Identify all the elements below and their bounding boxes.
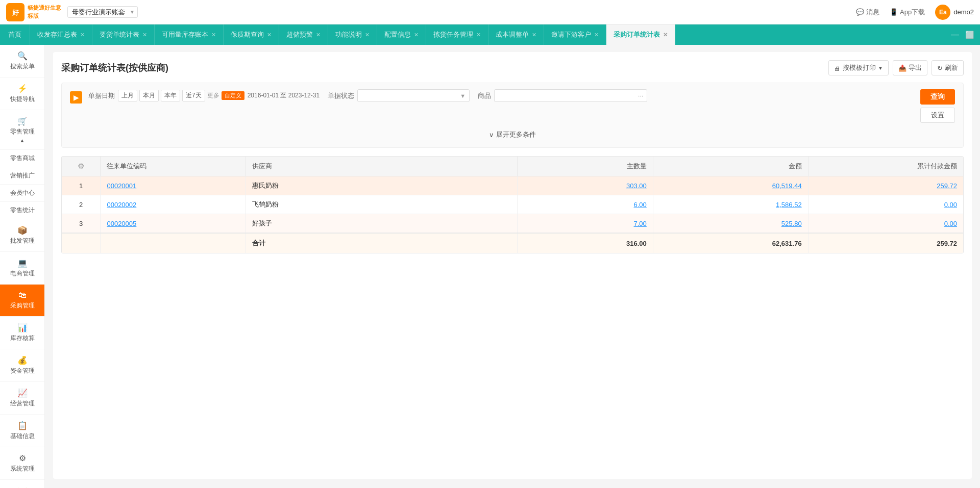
refresh-icon: ↻: [937, 64, 943, 72]
sidebar-item-search[interactable]: 🔍 搜索菜单: [0, 45, 44, 78]
expand-more-area: ∨ 展开更多条件: [70, 128, 955, 141]
sidebar-item-quicknav[interactable]: ⚡ 快捷导航: [0, 78, 44, 110]
sidebar-item-enterprise[interactable]: 🤝 企业协同: [0, 480, 44, 488]
date-this-month-btn[interactable]: 本月: [139, 90, 159, 101]
col-qty-header: 主数量: [517, 157, 653, 176]
footer-label: [101, 233, 246, 253]
page-title: 采购订单统计表(按供应商): [61, 62, 168, 74]
goods-input[interactable]: [494, 89, 647, 102]
tab-invite[interactable]: 邀请下游客户 ✕: [544, 24, 606, 45]
footer-total-qty: 316.00: [517, 233, 653, 253]
table-row[interactable]: 2 00020002 飞鹤奶粉 6.00 1,586.52: [62, 195, 963, 214]
refresh-btn[interactable]: ↻ 刷新: [932, 60, 964, 75]
close-icon[interactable]: ✕: [211, 32, 216, 38]
close-icon[interactable]: ✕: [476, 32, 481, 38]
tab-inventory-ledger[interactable]: 可用量库存账本 ✕: [155, 24, 224, 45]
close-icon[interactable]: ✕: [316, 32, 321, 38]
sidebar-item-finance[interactable]: 💰 资金管理: [0, 349, 44, 382]
tab-purchase-stats[interactable]: 采购订单统计表 ✕: [606, 24, 675, 45]
nav-maximize-btn[interactable]: ⬜: [963, 29, 976, 41]
user-area[interactable]: Ea demo2: [935, 5, 974, 20]
shopping-icon: 🛍: [18, 291, 27, 300]
nav-right-buttons: — ⬜: [949, 28, 980, 41]
sidebar-subitem-retail-stats[interactable]: 零售统计: [0, 202, 44, 219]
row-seq: 3: [62, 214, 101, 234]
lightning-icon: ⚡: [17, 84, 28, 93]
app-download-btn[interactable]: 📱 App下载: [890, 8, 925, 17]
date-range-display: 2016-01-01 至 2023-12-31: [248, 91, 320, 100]
nav-minimize-btn[interactable]: —: [949, 28, 961, 41]
sidebar-item-purchase[interactable]: 🛍 采购管理: [0, 285, 44, 317]
date-this-year-btn[interactable]: 本年: [161, 90, 180, 101]
sidebar-item-inventory[interactable]: 📊 库存核算: [0, 317, 44, 349]
tab-config[interactable]: 配置信息 ✕: [377, 24, 426, 45]
tab-overstock[interactable]: 超储预警 ✕: [279, 24, 328, 45]
row-amount: 60,519.44: [653, 176, 808, 195]
close-icon[interactable]: ✕: [532, 32, 536, 38]
footer-total-paid: 259.72: [808, 233, 963, 253]
tab-cost-adjust[interactable]: 成本调整单 ✕: [488, 24, 544, 45]
status-select[interactable]: [357, 89, 470, 102]
close-icon[interactable]: ✕: [80, 32, 85, 38]
row-code: 00020002: [101, 195, 246, 214]
setting-btn[interactable]: 设置: [920, 108, 955, 123]
breadcrumb-wrapper[interactable]: 母婴行业演示账套 ▼: [67, 6, 138, 18]
tab-picking[interactable]: 拣货任务管理 ✕: [426, 24, 488, 45]
tab-order-stats[interactable]: 要货单统计表 ✕: [92, 24, 155, 45]
row-paid: 0.00: [808, 195, 963, 214]
main-content: 采购订单统计表(按供应商) 🖨 按模板打印 ▼ 📤 导出 ↻ 刷新: [45, 45, 980, 488]
date-7days-btn[interactable]: 近7天: [182, 90, 205, 101]
close-icon[interactable]: ✕: [594, 32, 599, 38]
table-row[interactable]: 3 00020005 好孩子 7.00 525.80: [62, 214, 963, 234]
tab-home[interactable]: 首页: [0, 24, 30, 45]
sidebar-item-operations[interactable]: 📈 经营管理: [0, 382, 44, 415]
sidebar-item-retail[interactable]: 🛒 零售管理 ▲: [0, 110, 44, 150]
print-btn[interactable]: 🖨 按模板打印 ▼: [828, 60, 889, 75]
col-supplier-header: 供应商: [246, 157, 518, 176]
row-supplier: 飞鹤奶粉: [246, 195, 518, 214]
row-qty: 6.00: [517, 195, 653, 214]
filter-toggle-btn[interactable]: ▶: [70, 91, 82, 104]
export-icon: 📤: [898, 64, 906, 72]
close-icon[interactable]: ✕: [365, 32, 370, 38]
settings-gear-icon[interactable]: ⚙: [78, 162, 84, 170]
printer-icon: 🖨: [834, 64, 841, 72]
date-more-text[interactable]: 更多: [207, 91, 219, 100]
tab-collection-summary[interactable]: 收发存汇总表 ✕: [30, 24, 92, 45]
goods-label: 商品: [478, 91, 491, 100]
close-icon[interactable]: ✕: [663, 32, 668, 38]
goods-more-icon[interactable]: ···: [638, 92, 643, 99]
row-paid: 0.00: [808, 214, 963, 234]
breadcrumb-select[interactable]: 母婴行业演示账套: [67, 6, 138, 18]
export-btn[interactable]: 📤 导出: [893, 60, 927, 75]
filter-main-row: ▶ 单据日期 上月 本月 本年 近7天 更多 自定义: [70, 89, 955, 123]
table-container: ⚙ 往来单位编码 供应商 主数量 金额 累计付款金额 1: [61, 156, 964, 253]
date-last-month-btn[interactable]: 上月: [118, 90, 137, 101]
message-icon: 💬: [856, 8, 864, 16]
username-label: demo2: [953, 8, 974, 16]
goods-filter: 商品 ···: [478, 89, 647, 102]
message-btn[interactable]: 💬 消息: [856, 8, 879, 17]
expand-more-btn[interactable]: ∨ 展开更多条件: [485, 128, 540, 141]
gear-icon: ⚙: [19, 453, 26, 463]
white-panel: 采购订单统计表(按供应商) 🖨 按模板打印 ▼ 📤 导出 ↻ 刷新: [53, 52, 972, 479]
sidebar-item-wholesale[interactable]: 📦 批发管理: [0, 219, 44, 252]
tab-functions[interactable]: 功能说明 ✕: [328, 24, 377, 45]
sidebar-item-system[interactable]: ⚙ 系统管理: [0, 447, 44, 480]
sidebar-subitem-mall[interactable]: 零售商城: [0, 150, 44, 167]
sidebar-subitem-marketing[interactable]: 营销推广: [0, 167, 44, 185]
table-row[interactable]: 1 00020001 惠氏奶粉 303.00 60,519.44: [62, 176, 963, 195]
close-icon[interactable]: ✕: [267, 32, 272, 38]
close-icon[interactable]: ✕: [142, 32, 147, 38]
sidebar-item-basic[interactable]: 📋 基础信息: [0, 415, 44, 447]
footer-total-amount: 62,631.76: [653, 233, 808, 253]
row-qty: 7.00: [517, 214, 653, 234]
col-code-header: 往来单位编码: [101, 157, 246, 176]
row-code: 00020005: [101, 214, 246, 234]
sidebar-item-ecommerce[interactable]: 💻 电商管理: [0, 252, 44, 285]
topbar-right: 💬 消息 📱 App下载 Ea demo2: [856, 5, 974, 20]
tab-expiry[interactable]: 保质期查询 ✕: [224, 24, 279, 45]
query-btn[interactable]: 查询: [920, 89, 955, 105]
close-icon[interactable]: ✕: [414, 32, 419, 38]
sidebar-subitem-member[interactable]: 会员中心: [0, 185, 44, 202]
